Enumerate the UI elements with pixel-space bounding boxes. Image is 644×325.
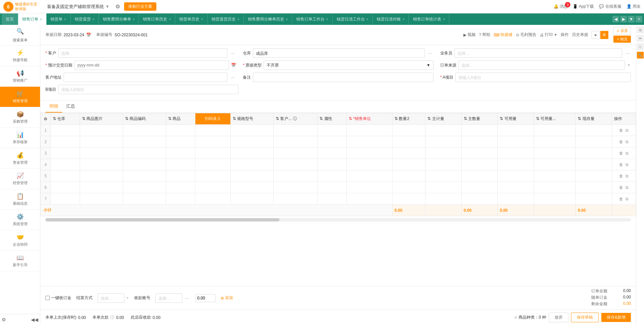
row-5-copy-icon[interactable]: ⧉ (626, 174, 629, 178)
tab-detail[interactable]: 明细 (45, 100, 62, 113)
customer-more-btn[interactable]: ··· (229, 50, 236, 56)
sidebar-item-marketing[interactable]: 📢 营销推广 (0, 66, 40, 87)
row-1-stock[interactable] (576, 125, 612, 136)
sidebar-item-quick-nav[interactable]: ⚡ 快捷导航 (0, 46, 40, 66)
row-7-op[interactable]: 🗑 ⧉ (612, 193, 636, 205)
tab-sales-invoice[interactable]: 销货单 × (46, 13, 71, 25)
add-logistics-button[interactable]: + 物流 (613, 36, 631, 43)
col-product-code[interactable]: ⇅ 商品编码 (123, 113, 166, 125)
col-customer-info[interactable]: ⇅ 客户... ⓘ (273, 113, 317, 125)
customer-input[interactable]: 选择... (58, 48, 227, 58)
tab-prev-button[interactable]: ◀ (612, 16, 619, 23)
tab-home[interactable]: 首页 (2, 13, 18, 25)
row-3-copy-icon[interactable]: ⧉ (626, 151, 629, 156)
col-qty2[interactable]: ⇅ 数量2 (392, 113, 425, 125)
row-6-delete-icon[interactable]: 🗑 (619, 185, 623, 190)
row-5-op[interactable]: 🗑 ⧉ (612, 170, 636, 182)
row-7-copy-icon[interactable]: ⧉ (626, 197, 629, 201)
history-btn[interactable]: 历史单据 (572, 32, 588, 38)
float-panel-btn-4[interactable]: 🔧 (637, 52, 644, 58)
row-4-copy-icon[interactable]: ⧉ (626, 162, 629, 167)
row-4-op[interactable]: 🗑 ⧉ (612, 159, 636, 170)
sidebar-collapse-button[interactable]: ◀◀ (31, 317, 38, 322)
one-click-checkbox-input[interactable] (45, 296, 50, 300)
bill-date-value[interactable]: 2023-03-24 (64, 33, 84, 37)
col-warehouse[interactable]: ⇅ 仓库 (51, 113, 80, 125)
col-attributes[interactable]: ⇅ 属性 (317, 113, 347, 125)
warehouse-input[interactable]: 成品库 (253, 48, 425, 58)
row-1-product[interactable] (166, 125, 195, 136)
col-settings[interactable]: ⚙ (41, 113, 51, 125)
a-project-input[interactable]: 请输入A项目 (455, 73, 631, 82)
solution-button[interactable]: 体验行业方案 (124, 2, 156, 11)
row-1-image[interactable] (80, 125, 123, 136)
sidebar-item-system[interactable]: ⚙️ 系统管理 (0, 210, 40, 230)
row-7-delete-icon[interactable]: 🗑 (619, 197, 623, 201)
row-1-qty2[interactable] (392, 125, 425, 136)
row-1-scan[interactable] (195, 125, 230, 136)
row-2-op[interactable]: 🗑 ⧉ (612, 136, 636, 148)
online-support-link[interactable]: 💬 在线客服 (599, 4, 621, 9)
deposit-amount-input[interactable] (195, 294, 216, 302)
sidebar-item-search[interactable]: 🔍 搜索菜单 (0, 25, 40, 46)
app-download-link[interactable]: 📱 App下载 (573, 4, 594, 9)
save-new-button[interactable]: 保存&新增 (601, 313, 631, 322)
tab-cash-reconcile[interactable]: 钱货日清对账 × (373, 13, 409, 25)
row-1-main-unit[interactable] (425, 125, 461, 136)
discard-button[interactable]: 放弃 (549, 313, 568, 322)
note-input[interactable] (253, 73, 433, 82)
col-available-qty2[interactable]: ⇅ 可用量... (534, 113, 576, 125)
row-1-warehouse[interactable] (51, 125, 80, 136)
customer-address-input[interactable] (64, 73, 227, 82)
row-1-customer[interactable] (273, 125, 317, 136)
list-view-btn[interactable]: ≡ (592, 31, 600, 39)
grid-view-btn[interactable]: ⊞ (600, 31, 608, 39)
row-6-copy-icon[interactable]: ⧉ (626, 185, 629, 190)
col-spec[interactable]: ⇅ 规格型号 (230, 113, 273, 125)
tab-close-all-button[interactable]: × (636, 16, 642, 23)
col-main-unit[interactable]: ⇅ 主计量 (425, 113, 461, 125)
row-6-op[interactable]: 🗑 ⧉ (612, 182, 636, 193)
account-more-btn[interactable]: ··· (184, 295, 190, 301)
sidebar-item-guide[interactable]: 📖 新手引导 (0, 251, 40, 271)
col-main-qty[interactable]: ⇅ 主数量 (461, 113, 497, 125)
row-1-delete-icon[interactable]: 🗑 (619, 128, 623, 133)
sidebar-item-inventory[interactable]: 📊 库存核算 (0, 128, 40, 148)
row-1-unit[interactable] (346, 125, 392, 136)
row-2-warehouse[interactable] (51, 136, 80, 148)
shortcut-btn[interactable]: ⌨ 快捷键 (494, 32, 513, 38)
settings-gear-button[interactable]: ⚙ (113, 2, 122, 11)
row-1-op[interactable]: 🗑 ⧉ (612, 125, 636, 136)
sidebar-item-purchase[interactable]: 📦 采购管理 (0, 107, 40, 128)
float-panel-btn-1[interactable]: ⊙ (637, 27, 644, 33)
account-select[interactable]: 选择... (155, 293, 182, 303)
col-product[interactable]: ⇅ 商品 (166, 113, 195, 125)
tab-menu-button[interactable]: ▼ (628, 16, 635, 23)
sidebar-item-operations[interactable]: 📈 经营管理 (0, 169, 40, 189)
col-product-image[interactable]: ⇅ 商品图片 (80, 113, 123, 125)
tab-expense-history[interactable]: 销售费用分摊单历史 × (244, 13, 292, 25)
delivery-calendar-icon[interactable]: 📅 (231, 63, 236, 68)
sidebar-settings-button[interactable]: ⚙ (2, 317, 6, 322)
b-project-input[interactable]: 请输入B项目 (58, 85, 238, 94)
col-scan-input[interactable]: 扫码录入 (195, 113, 230, 125)
row-1-attr[interactable] (317, 125, 347, 136)
tab-return-history[interactable]: 销货退货历史 × (207, 13, 244, 25)
float-panel-btn-2[interactable]: ✏ (637, 35, 644, 42)
col-stock[interactable]: ⇅ 现存量 (576, 113, 612, 125)
view-video-btn[interactable]: ▶ 视频 (463, 32, 476, 38)
print-btn[interactable]: 🖨 打印 ▼ (540, 32, 557, 38)
col-available-qty[interactable]: ⇅ 可用量 (498, 113, 534, 125)
row-4-delete-icon[interactable]: 🗑 (619, 162, 623, 167)
tab-sales-order-history[interactable]: 销售订单历史 × (139, 13, 175, 25)
row-1-spec[interactable] (230, 125, 273, 136)
sidebar-item-finance[interactable]: 💰 资金管理 (0, 148, 40, 169)
calendar-icon[interactable]: 📅 (86, 33, 91, 37)
tab-invoice-history[interactable]: 销货单历史 × (175, 13, 207, 25)
save-draft-button[interactable]: 保存草稿 (571, 313, 599, 322)
tab-next-button[interactable]: ▶ (620, 16, 627, 23)
row-1-main-qty[interactable] (461, 125, 497, 136)
row-1-avail2[interactable] (534, 125, 576, 136)
tab-sales-return[interactable]: 销货退货 × (71, 13, 99, 25)
horizontal-scrollbar[interactable] (40, 216, 636, 224)
